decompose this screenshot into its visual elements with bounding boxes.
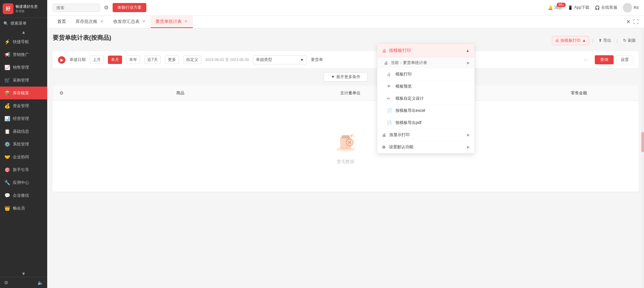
expand-more-bar: ▼ 展开更多条件 [53, 72, 639, 82]
tab-close-order-stats[interactable]: ✕ [184, 19, 188, 24]
expand-icon: ▼ [331, 74, 335, 79]
dropdown-header[interactable]: 🖨 按模板打印 ▲ [377, 44, 474, 57]
filter-actions: ··· 查询 设置 [580, 55, 633, 64]
notifications-btn[interactable]: 🔔 消息 99+ [548, 5, 562, 10]
date-more-btn[interactable]: 更多 [165, 56, 179, 64]
app-center-icon: 🔧 [4, 180, 10, 186]
sidebar-item-label: 经营管理 [13, 116, 29, 122]
topbar-gear-icon[interactable]: ⚙ [104, 4, 109, 11]
tab-close-inventory-batch[interactable]: ✕ [99, 19, 104, 24]
sidebar-item-operations[interactable]: 📊 经营管理 [0, 112, 47, 125]
sidebar-item-collab[interactable]: 🤝 企业协同 [0, 151, 47, 163]
date-last-7-days-btn[interactable]: 近7天 [144, 56, 161, 64]
sidebar-nav: ⚡ 快捷导航 📢 营销推广 📈 销售管理 🛒 采购管理 📦 库存核算 💰 资金管… [0, 35, 47, 270]
logo-icon: 好 [3, 3, 13, 14]
refresh-btn[interactable]: ↻ 刷新 [620, 36, 639, 45]
marketing-icon: 📢 [4, 52, 10, 58]
user-name: Rit [634, 5, 639, 10]
main-area: ⚙ 体验行业方案 🔔 消息 99+ 📱 App下载 🎧 在线客服 Rit [47, 0, 644, 288]
svg-point-7 [350, 135, 352, 137]
sidebar-item-label: 资金管理 [13, 103, 29, 109]
sidebar-item-marketing[interactable]: 📢 营销推广 [0, 48, 47, 61]
tab-maximize-btn[interactable]: ⛶ [633, 19, 639, 25]
dropdown-template-export-excel[interactable]: 📄 按模板导出excel [377, 105, 474, 117]
printer-header-icon: 🖨 [382, 48, 386, 53]
doc-type-select[interactable]: 单据类型 ▼ [253, 55, 307, 64]
user-avatar-area[interactable]: Rit [623, 3, 639, 12]
current-template-label: 当前：要货单统计表 [391, 60, 427, 66]
sidebar-item-label: 快捷导航 [13, 39, 29, 45]
sales-icon: 📈 [4, 64, 10, 70]
app-name: 畅捷通好生意 [16, 4, 38, 9]
dropdown-template-print[interactable]: 🖨 模板打印 [377, 68, 474, 81]
phone-icon: 📱 [568, 5, 573, 10]
dropdown-template-export-pdf[interactable]: 📄 按模板导出pdf [377, 117, 474, 129]
refresh-icon: ↻ [623, 38, 626, 43]
date-this-year-btn[interactable]: 本年 [126, 56, 140, 64]
table-settings-icon[interactable]: ⚙ [57, 88, 66, 98]
tabbar: 首页 库存批次账 ✕ 收发存汇总表 ✕ 要货单统计表 ✕ ✕ ⛶ [47, 15, 644, 28]
app-badge: 标准版 [16, 9, 38, 13]
tab-order-stats[interactable]: 要货单统计表 ✕ [151, 16, 193, 28]
dropdown-template-preview[interactable]: 👁 模板预览 [377, 81, 474, 93]
tab-inventory-batch[interactable]: 库存批次账 ✕ [71, 16, 109, 28]
col-product: 商品 [69, 90, 292, 96]
pdf-icon: 📄 [387, 120, 392, 125]
sidebar-scroll-down[interactable]: ▼ [0, 270, 47, 277]
dropdown-display-print[interactable]: 🖨 按显示打印 ▶ [377, 129, 474, 141]
topbar-right: 🔔 消息 99+ 📱 App下载 🎧 在线客服 Rit [548, 3, 639, 12]
sidebar: 好 畅捷通好生意 标准版 🔍 搜索菜单 ▲ ⚡ 快捷导航 📢 营销推广 📈 销售… [0, 0, 47, 288]
more-icon-btn[interactable]: ··· [580, 55, 592, 64]
date-this-month-btn[interactable]: 本月 [108, 56, 122, 64]
empty-state: 暂无数据 [53, 101, 639, 192]
online-service-btn[interactable]: 🎧 在线客服 [595, 5, 617, 10]
expand-more-btn[interactable]: ▼ 展开更多条件 [324, 72, 367, 82]
sidebar-item-wechat[interactable]: 💬 企业微信 [0, 189, 47, 202]
dropdown-set-default[interactable]: ⚙ 设置默认功能 ▶ [377, 141, 474, 153]
current-chevron-icon: ▶ [467, 61, 470, 65]
filter-expand-toggle[interactable]: ▶ [58, 56, 65, 64]
svg-point-9 [354, 136, 355, 137]
dropdown-current-template[interactable]: 🖨 当前：要货单统计表 ▶ [377, 57, 474, 68]
export-btn[interactable]: ⬆ 导出 [596, 36, 614, 45]
sidebar-search[interactable]: 🔍 搜索菜单 [0, 18, 47, 29]
tab-receipt-summary[interactable]: 收发存汇总表 ✕ [109, 16, 151, 28]
topbar-search-input[interactable] [53, 4, 100, 12]
date-custom-btn[interactable]: 自定义 [183, 56, 201, 64]
sidebar-item-system[interactable]: ⚙️ 系统管理 [0, 138, 47, 151]
sidebar-item-quick-nav[interactable]: ⚡ 快捷导航 [0, 35, 47, 48]
date-last-month-btn[interactable]: 上月 [90, 56, 104, 64]
print-template-btn[interactable]: 🖨 按模板打印 ▲ [552, 36, 589, 45]
collab-icon: 🤝 [4, 154, 10, 160]
app-download-btn[interactable]: 📱 App下载 [568, 5, 589, 10]
sidebar-item-basic-info[interactable]: 📋 基础信息 [0, 125, 47, 138]
sidebar-item-app-center[interactable]: 🔧 应用中心 [0, 176, 47, 189]
sidebar-item-member[interactable]: 👑 畅会员 [0, 202, 47, 215]
sidebar-item-guide[interactable]: 🎯 新手引导 [0, 163, 47, 176]
date-filter-label: 单据日期 [69, 57, 86, 63]
sidebar-settings-btn[interactable]: ⚙ [4, 280, 8, 285]
tab-close-all-btn[interactable]: ✕ [626, 19, 631, 25]
settings-btn[interactable]: 设置 [616, 55, 633, 64]
query-btn[interactable]: 查询 [595, 55, 614, 64]
tab-close-receipt-summary[interactable]: ✕ [142, 19, 146, 24]
tab-home[interactable]: 首页 [53, 16, 71, 28]
export-icon: ⬆ [598, 38, 602, 43]
sidebar-scroll-up[interactable]: ▲ [0, 29, 47, 35]
sidebar-item-sales[interactable]: 📈 销售管理 [0, 61, 47, 74]
tabbar-actions: ✕ ⛶ [626, 19, 639, 25]
scrollbar-thumb[interactable] [641, 132, 644, 152]
date-range-display: 2023-06-01 至 2023-06-30 [205, 57, 249, 62]
topbar: ⚙ 体验行业方案 🔔 消息 99+ 📱 App下载 🎧 在线客服 Rit [47, 0, 644, 15]
vertical-scrollbar[interactable] [641, 28, 644, 288]
sidebar-item-finance[interactable]: 💰 资金管理 [0, 99, 47, 112]
sidebar-audio-btn[interactable]: 🔈 [37, 280, 43, 285]
industry-solution-btn[interactable]: 体验行业方案 [113, 3, 146, 12]
dropdown-close-chevron[interactable]: ▲ [466, 48, 470, 53]
sidebar-item-inventory[interactable]: 📦 库存核算 [0, 87, 47, 99]
sidebar-item-label: 应用中心 [13, 180, 29, 186]
sidebar-item-purchase[interactable]: 🛒 采购管理 [0, 74, 47, 87]
set-default-icon: ⚙ [382, 145, 386, 150]
sidebar-item-label: 营销推广 [13, 52, 29, 58]
dropdown-template-custom[interactable]: ✏ 模板自定义设计 [377, 93, 474, 105]
